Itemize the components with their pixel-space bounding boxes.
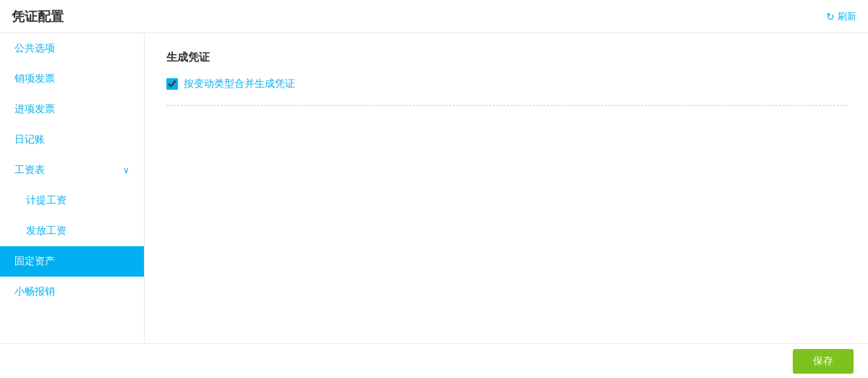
section-title: 生成凭证 <box>166 51 846 64</box>
sidebar: 公共选项销项发票进项发票日记账工资表∨计提工资发放工资固定资产小畅报销 <box>0 33 145 343</box>
sidebar-item-sales-invoice[interactable]: 销项发票 <box>0 64 144 94</box>
sidebar-item-label: 日记账 <box>14 133 45 146</box>
sidebar-item-label: 公共选项 <box>14 42 55 55</box>
refresh-label: 刷新 <box>838 10 856 23</box>
sidebar-item-public-options[interactable]: 公共选项 <box>0 33 144 64</box>
main-content: 生成凭证 按变动类型合并生成凭证 <box>145 33 868 343</box>
sidebar-item-label: 计提工资 <box>26 194 67 207</box>
sidebar-item-label: 工资表 <box>14 164 45 177</box>
sidebar-item-label: 小畅报销 <box>14 285 55 298</box>
chevron-down-icon: ∨ <box>123 165 129 175</box>
divider <box>166 105 846 106</box>
sidebar-item-payroll-table[interactable]: 工资表∨ <box>0 155 144 185</box>
page-title: 凭证配置 <box>12 8 64 25</box>
sidebar-item-purchase-invoice[interactable]: 进项发票 <box>0 94 144 125</box>
save-button[interactable]: 保存 <box>793 349 854 374</box>
page-header: 凭证配置 ↻ 刷新 <box>0 0 868 33</box>
merge-checkbox[interactable] <box>166 78 178 90</box>
refresh-button[interactable]: ↻ 刷新 <box>826 10 856 23</box>
sidebar-item-fixed-assets[interactable]: 固定资产 <box>0 246 144 277</box>
sidebar-item-salary-pay[interactable]: 发放工资 <box>0 216 144 246</box>
merge-checkbox-label[interactable]: 按变动类型合并生成凭证 <box>184 77 295 91</box>
sidebar-item-label: 销项发票 <box>14 72 55 85</box>
body-layout: 公共选项销项发票进项发票日记账工资表∨计提工资发放工资固定资产小畅报销 生成凭证… <box>0 33 868 343</box>
refresh-icon: ↻ <box>826 11 835 22</box>
sidebar-item-journal[interactable]: 日记账 <box>0 125 144 155</box>
checkbox-row: 按变动类型合并生成凭证 <box>166 77 846 91</box>
sidebar-item-commission[interactable]: 计提工资 <box>0 185 144 216</box>
footer: 保存 <box>0 343 868 378</box>
sidebar-item-label: 发放工资 <box>26 224 67 238</box>
sidebar-item-label: 进项发票 <box>14 103 55 116</box>
sidebar-item-label: 固定资产 <box>14 255 55 268</box>
sidebar-item-expense[interactable]: 小畅报销 <box>0 277 144 307</box>
